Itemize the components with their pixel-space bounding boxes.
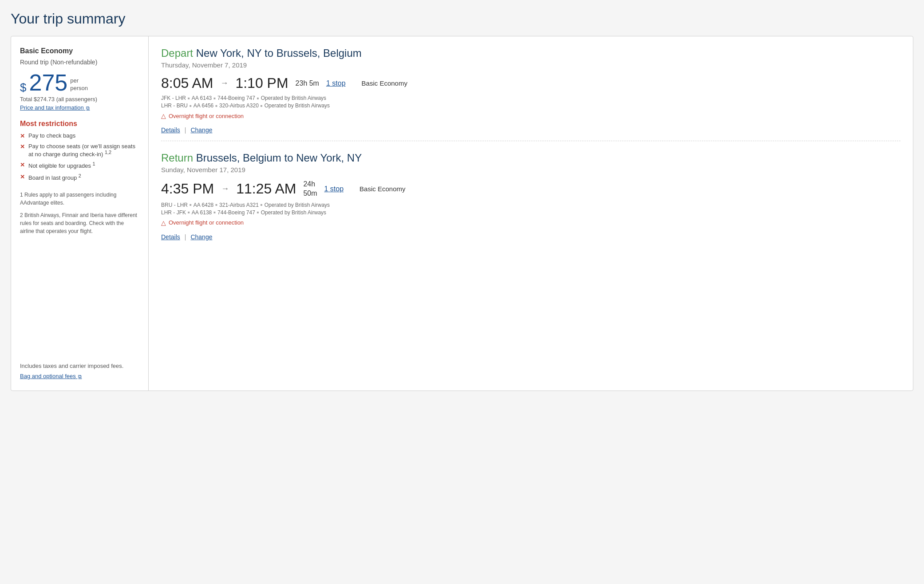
price-tax-info-link[interactable]: Price and tax information ⧉ (20, 104, 139, 111)
bag-fees-link[interactable]: Bag and optional fees ⧉ (20, 373, 82, 379)
x-icon: ✕ (20, 143, 25, 150)
return-word: Return (161, 152, 193, 164)
pipe-separator: | (185, 126, 186, 134)
x-icon: ✕ (20, 162, 25, 168)
footnote-2: 2 British Airways, Finnair and Iberia ha… (20, 211, 139, 235)
arrive-time: 1:10 PM (235, 75, 288, 91)
return-leg1-details: BRU - LHR ■ AA 6428 ■ 321-Airbus A321 ■ … (161, 202, 900, 208)
currency-symbol: $ (20, 81, 26, 94)
fare-class-label: Basic Economy (20, 47, 139, 55)
return-details-link[interactable]: Details (161, 233, 180, 241)
trip-summary-card: Basic Economy Round trip (Non-refundable… (11, 36, 913, 391)
depart-header: Depart New York, NY to Brussels, Belgium… (161, 47, 900, 69)
depart-section: Depart New York, NY to Brussels, Belgium… (161, 47, 900, 134)
depart-route: New York, NY to Brussels, Belgium (196, 47, 362, 59)
list-item: ✕ Not eligible for upgrades 1 (20, 161, 139, 169)
list-item: ✕ Pay to choose seats (or we'll assign s… (20, 143, 139, 158)
per-person-label: perperson (70, 77, 88, 92)
depart-leg2-details: LHR - BRU ■ AA 6456 ■ 320-Airbus A320 ■ … (161, 103, 900, 109)
includes-text: Includes taxes and carrier imposed fees. (20, 363, 139, 369)
return-times-row: 4:35 PM → 11:25 AM 24h 50m 1 stop Basic … (161, 180, 900, 198)
depart-stops-link[interactable]: 1 stop (326, 79, 346, 87)
arrow-icon: → (220, 79, 228, 88)
arrow-icon: → (221, 184, 229, 193)
restrictions-header: Most restrictions (20, 120, 139, 128)
depart-leg1-details: JFK - LHR ■ AA 6143 ■ 744-Boeing 747 ■ O… (161, 95, 900, 101)
restrictions-list: ✕ Pay to check bags ✕ Pay to choose seat… (20, 132, 139, 185)
price-amount: 275 (29, 71, 67, 94)
return-header: Return Brussels, Belgium to New York, NY… (161, 152, 900, 174)
depart-times-row: 8:05 AM → 1:10 PM 23h 5m 1 stop Basic Ec… (161, 75, 900, 91)
return-actions: Details | Change (161, 233, 900, 241)
return-change-link[interactable]: Change (190, 233, 212, 241)
return-duration: 24h 50m (303, 180, 317, 198)
depart-title: Depart New York, NY to Brussels, Belgium (161, 47, 900, 59)
return-date: Sunday, November 17, 2019 (161, 166, 900, 174)
depart-duration: 23h 5m (296, 79, 319, 87)
depart-details-link[interactable]: Details (161, 126, 180, 134)
depart-actions: Details | Change (161, 126, 900, 134)
depart-change-link[interactable]: Change (190, 126, 212, 134)
warning-icon: △ (161, 219, 166, 226)
warning-icon: △ (161, 112, 166, 119)
return-route: Brussels, Belgium to New York, NY (196, 152, 362, 164)
trip-type-label: Round trip (Non-refundable) (20, 59, 139, 66)
bottom-notes: Includes taxes and carrier imposed fees.… (20, 354, 139, 380)
right-panel: Depart New York, NY to Brussels, Belgium… (149, 36, 913, 391)
return-fare-label: Basic Economy (359, 185, 405, 193)
depart-time: 8:05 AM (161, 75, 213, 91)
return-depart-time: 4:35 PM (161, 181, 214, 197)
section-divider (161, 141, 900, 141)
list-item: ✕ Pay to check bags (20, 132, 139, 139)
list-item: ✕ Board in last group 2 (20, 173, 139, 181)
return-leg2-details: LHR - JFK ■ AA 6138 ■ 744-Boeing 747 ■ O… (161, 209, 900, 216)
depart-date: Thursday, November 7, 2019 (161, 61, 900, 69)
pipe-separator: | (185, 233, 186, 241)
depart-word: Depart (161, 47, 193, 59)
return-arrive-time: 11:25 AM (236, 181, 296, 197)
total-price-label: Total $274.73 (all passengers) (20, 96, 139, 103)
left-panel: Basic Economy Round trip (Non-refundable… (11, 36, 149, 391)
return-stops-link[interactable]: 1 stop (324, 185, 344, 193)
x-icon: ✕ (20, 174, 25, 180)
x-icon: ✕ (20, 133, 25, 139)
return-overnight-warning: △ Overnight flight or connection (161, 219, 900, 226)
return-title: Return Brussels, Belgium to New York, NY (161, 152, 900, 164)
page-title: Your trip summary (11, 11, 913, 27)
footnote-1: 1 Rules apply to all passengers includin… (20, 191, 139, 207)
depart-overnight-warning: △ Overnight flight or connection (161, 112, 900, 119)
external-link-icon: ⧉ (86, 105, 90, 110)
external-link-icon: ⧉ (78, 374, 82, 379)
depart-fare-label: Basic Economy (362, 79, 407, 87)
return-section: Return Brussels, Belgium to New York, NY… (161, 152, 900, 241)
